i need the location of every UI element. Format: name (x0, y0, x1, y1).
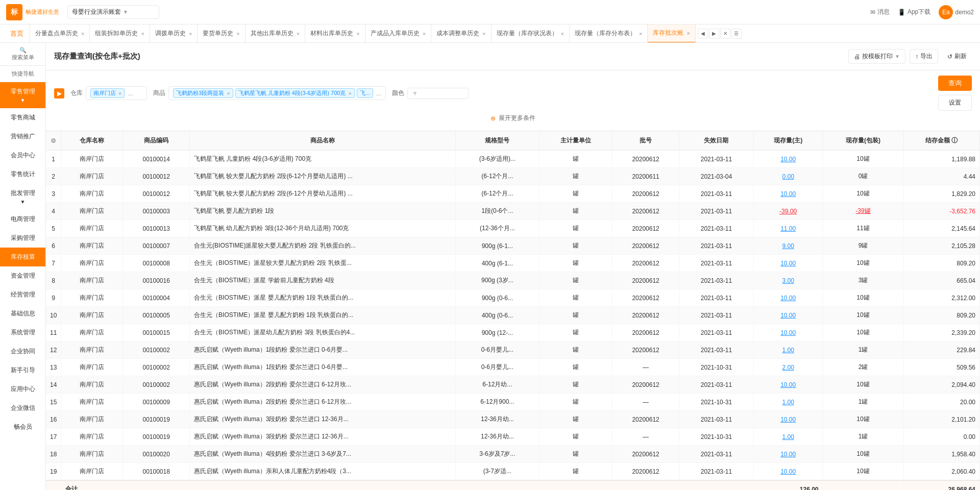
tab-chanpin[interactable]: 产成品入库单历史 × (365, 24, 431, 43)
row-qty[interactable]: 10.00 (753, 463, 823, 481)
row-name: 惠氏启赋（Wyeth illuma）3段奶粉 爱尔兰进口 12-36月... (190, 428, 456, 446)
table-row: 2 南岸门店 00100012 飞鹤星飞帆 较大婴儿配方奶粉 2段(6-12个月… (46, 168, 980, 185)
sidebar-search[interactable]: 🔍 搜索菜单 (0, 43, 45, 66)
tab-menu-btn[interactable]: ☰ (731, 29, 742, 39)
row-qty[interactable]: 1.00 (753, 428, 823, 446)
tab-close-zuche[interactable]: × (141, 31, 144, 37)
row-unit: 罐 (539, 168, 612, 185)
sidebar-item-member-card[interactable]: 畅会员 (0, 418, 45, 436)
color-filter[interactable]: ▼ (407, 88, 469, 99)
sidebar-item-retail-shop[interactable]: 零售商城 (0, 108, 45, 127)
sidebar-item-basics[interactable]: 基础信息 (0, 304, 45, 323)
product-tag1-remove[interactable]: × (227, 90, 230, 96)
row-warehouse: 南岸门店 (61, 272, 123, 289)
row-qty[interactable]: 10.00 (753, 255, 823, 272)
product-filter[interactable]: 飞鹤奶粉3段两提装 × 飞鹤星飞帆 儿童奶粉 4段(3-6岁适用) 700克 ×… (168, 86, 386, 100)
sidebar-item-retail-stats[interactable]: 零售统计 (0, 165, 45, 184)
tab-next-btn[interactable]: ▶ (709, 29, 719, 39)
sidebar-item-batch-mgmt[interactable]: 批发管理 ▼ (0, 184, 45, 210)
row-qty[interactable]: 1.00 (753, 394, 823, 411)
row-qty[interactable]: 0.00 (753, 168, 823, 185)
sidebar-item-system[interactable]: 系统管理 (0, 323, 45, 342)
tab-close-all-btn[interactable]: ✕ (720, 29, 730, 39)
row-qty[interactable]: 2.00 (753, 359, 823, 376)
row-qty[interactable]: 10.00 (753, 411, 823, 428)
tab-kupicizhan[interactable]: 库存批次账 × (648, 24, 695, 43)
tab-xianzai1[interactable]: 现存量（库存状况表） × (492, 24, 570, 43)
tab-prev-btn[interactable]: ◀ (698, 29, 708, 39)
row-qty[interactable]: 11.00 (753, 220, 823, 237)
tab-close-fenpan[interactable]: × (81, 31, 84, 37)
sidebar-nav[interactable]: 快捷导航 (0, 66, 45, 82)
row-qty[interactable]: 10.00 (753, 185, 823, 203)
message-btn[interactable]: ✉ 消息 (870, 8, 890, 16)
user-area[interactable]: Ea demo2 (939, 5, 974, 19)
sidebar-item-purchase[interactable]: 采购管理 (0, 229, 45, 248)
row-qty[interactable]: 10.00 (753, 307, 823, 324)
gear-icon[interactable]: ⚙ (51, 137, 56, 144)
sidebar-item-inventory[interactable]: 库存核算 (0, 248, 45, 266)
row-qty[interactable]: -39.00 (753, 203, 823, 220)
tab-yaohuo[interactable]: 要货单历史 × (198, 24, 245, 43)
tab-cailiao[interactable]: 材料出库单历史 × (305, 24, 365, 43)
row-qty[interactable]: 10.00 (753, 376, 823, 394)
row-qty[interactable]: 9.00 (753, 237, 823, 255)
workspace-selector[interactable]: 母婴行业演示账套 ▼ (67, 5, 159, 19)
row-qty[interactable]: 10.00 (753, 151, 823, 168)
refresh-btn[interactable]: ↺ 刷新 (942, 50, 972, 63)
product-tag2-remove[interactable]: × (348, 90, 351, 96)
sidebar-item-ecom[interactable]: 电商管理 (0, 210, 45, 229)
sidebar-item-enterprise-wechat[interactable]: 企业微信 (0, 399, 45, 418)
tab-close-kupicizhan[interactable]: × (687, 30, 690, 36)
row-code: 00100016 (123, 272, 190, 289)
tab-xianzai2[interactable]: 现存量（库存分布表） × (570, 24, 648, 43)
tab-qitachu[interactable]: 其他出库单历史 × (246, 24, 305, 43)
tab-close-xianzai1[interactable]: × (561, 31, 564, 37)
tab-fenpan[interactable]: 分量盘点单历史 × (30, 24, 90, 43)
row-code: 00100009 (123, 394, 190, 411)
tab-close-chengben[interactable]: × (482, 31, 485, 37)
row-expire: 2021-03-11 (679, 203, 754, 220)
tab-tiaopo[interactable]: 调拨单历史 × (150, 24, 198, 43)
sidebar-item-app-center[interactable]: 应用中心 (0, 380, 45, 399)
row-batch: — (612, 359, 679, 376)
row-amount: 1,189.88 (903, 151, 979, 168)
batch-mgmt-label: 批发管理 (11, 189, 35, 198)
warehouse-filter-more[interactable]: ... (128, 90, 133, 97)
tab-close-cailiao[interactable]: × (356, 31, 359, 37)
sidebar-item-enterprise[interactable]: 企业协同 (0, 342, 45, 361)
app-download-btn[interactable]: 📱 App下载 (898, 8, 930, 16)
row-warehouse: 南岸门店 (61, 428, 123, 446)
filter-arrow-btn[interactable]: ▶ (54, 88, 64, 99)
print-btn[interactable]: 🖨 按模板打印 ▼ (848, 49, 905, 64)
row-qty[interactable]: 10.00 (753, 446, 823, 463)
product-filter-more[interactable]: ... (376, 90, 381, 97)
sidebar-item-guide[interactable]: 新手引导 (0, 361, 45, 380)
query-btn[interactable]: 查询 (938, 76, 972, 91)
row-expire: 2021-03-04 (679, 168, 754, 185)
tab-close-qitachu[interactable]: × (297, 31, 300, 37)
expand-more-btn[interactable]: ⊕ 展开更多条件 (54, 111, 972, 126)
setting-btn[interactable]: 设置 (938, 95, 972, 111)
row-batch: 20200612 (612, 185, 679, 203)
tab-close-xianzai2[interactable]: × (639, 31, 642, 37)
product-label: 商品 (153, 89, 165, 97)
row-qty[interactable]: 10.00 (753, 324, 823, 341)
sidebar-item-marketing[interactable]: 营销推广 (0, 127, 45, 146)
export-btn[interactable]: ↑ 导出 (910, 49, 938, 64)
tab-close-chanpin[interactable]: × (423, 31, 426, 37)
sidebar-item-finance[interactable]: 资金管理 (0, 266, 45, 285)
tab-home[interactable]: 首页 (4, 24, 30, 43)
row-qty[interactable]: 1.00 (753, 341, 823, 359)
sidebar-item-operations[interactable]: 经营管理 (0, 285, 45, 304)
warehouse-filter[interactable]: 南岸门店 × ... (86, 86, 147, 100)
row-qty[interactable]: 3.00 (753, 272, 823, 289)
tab-close-yaohuo[interactable]: × (236, 31, 239, 37)
sidebar-item-retail-mgmt[interactable]: 零售管理 ▼ (0, 82, 45, 108)
tab-close-tiaopo[interactable]: × (189, 31, 192, 37)
tab-chengben[interactable]: 成本调整单历史 × (431, 24, 491, 43)
tab-zuche[interactable]: 组装拆卸单历史 × (90, 24, 150, 43)
warehouse-tag-remove[interactable]: × (118, 90, 121, 96)
row-qty[interactable]: 10.00 (753, 289, 823, 307)
sidebar-item-member[interactable]: 会员中心 (0, 146, 45, 165)
